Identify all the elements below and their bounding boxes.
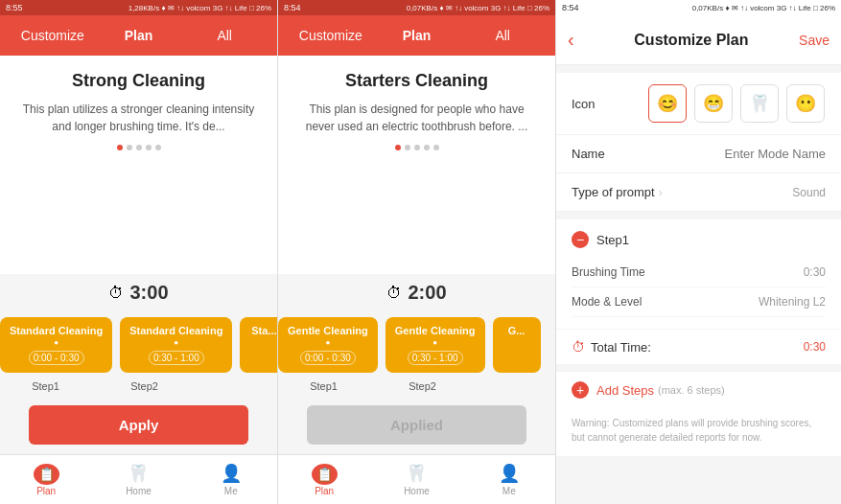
name-setting-row: Name (556, 135, 841, 173)
back-button[interactable]: ‹ (568, 29, 574, 51)
status-bar-1: 8:55 1,28KB/s ♦ ✉ ↑↓ volcom 3G ↑↓ Life □… (0, 0, 277, 15)
icon-option-1[interactable]: 😊 (648, 84, 687, 123)
add-steps-row[interactable]: + Add Steps (max. 6 steps) (556, 372, 841, 408)
timer-row-2: ⏱ 2:00 (278, 274, 555, 311)
icon-setting-row: Icon 😊 😁 🦷 😶 (556, 73, 841, 135)
step-card-1-1[interactable]: Standard Cleaning ● 0:00 - 0:30 (0, 317, 112, 373)
nav-home-1[interactable]: 🦷 Home (92, 455, 184, 504)
status-time-2: 8:54 (284, 3, 301, 12)
dot-1 (117, 145, 123, 150)
icon-option-2[interactable]: 😁 (694, 84, 733, 123)
plan-title-1: Strong Cleaning (15, 71, 262, 91)
step-label-2: Step2 (99, 380, 190, 392)
type-prompt-row[interactable]: Type of prompt › Sound (556, 173, 841, 212)
icon-option-4[interactable]: 😶 (786, 84, 825, 123)
dot2-3 (414, 145, 420, 150)
brushing-time-value: 0:30 (804, 265, 826, 279)
status-bar-2: 8:54 0,07KB/s ♦ ✉ ↑↓ volcom 3G ↑↓ Life □… (278, 0, 555, 15)
dot2-5 (433, 145, 439, 150)
step-mode-3: Sta... (249, 325, 277, 336)
step-card-2-3[interactable]: G... (493, 317, 541, 373)
status-time-right: 8:54 (562, 3, 579, 12)
plan-title-2: Starters Cleaning (293, 71, 540, 91)
nav-me-label-2: Me (502, 486, 516, 496)
nav-home-label-1: Home (126, 486, 152, 496)
tab-all-1[interactable]: All (181, 28, 268, 43)
dots-2 (293, 145, 540, 150)
icon-options: 😊 😁 🦷 😶 (648, 84, 825, 123)
step-card-1-2[interactable]: Standard Cleaning ● 0:30 - 1:00 (120, 317, 232, 373)
dot-4 (146, 145, 152, 150)
step1-minus-button[interactable]: − (572, 231, 589, 248)
plan-icon-2: 📋 (312, 464, 338, 484)
step-card-2-2[interactable]: Gentle Cleaning ● 0:30 - 1:00 (385, 317, 485, 373)
steps-scroll-2: Gentle Cleaning ● 0:00 - 0:30 Gentle Cle… (278, 311, 555, 378)
plan-description-1: This plan utilizes a stronger cleaning i… (15, 101, 262, 135)
status-bar-right: 8:54 0,07KB/s ♦ ✉ ↑↓ volcom 3G ↑↓ Life □… (556, 0, 841, 15)
timer-icon-2: ⏱ (386, 285, 402, 302)
step2-label-1: Step1 (278, 380, 369, 392)
bottom-nav-1: 📋 Plan 🦷 Home 👤 Me (0, 454, 277, 504)
panel-strong-cleaning: 8:55 1,28KB/s ♦ ✉ ↑↓ volcom 3G ↑↓ Life □… (0, 0, 278, 504)
tab-customize-1[interactable]: Customize (10, 28, 96, 43)
timer-icon-1: ⏱ (108, 285, 124, 302)
step-time2-2: 0:30 - 1:00 (408, 351, 463, 365)
apply-button[interactable]: Apply (29, 405, 248, 445)
total-time-row: ⏱ Total Time: 0:30 (556, 330, 841, 364)
total-time-label: Total Time: (591, 340, 651, 355)
tab-customize-2[interactable]: Customize (288, 28, 374, 43)
step2-label-2: Step2 (377, 380, 468, 392)
panel-starters-cleaning: 8:54 0,07KB/s ♦ ✉ ↑↓ volcom 3G ↑↓ Life □… (278, 0, 556, 504)
dot-3 (136, 145, 142, 150)
panel-content-2: Starters Cleaning This plan is designed … (278, 56, 555, 274)
brushing-time-label: Brushing Time (572, 265, 645, 279)
add-steps-limit: (max. 6 steps) (658, 384, 725, 396)
tab-plan-2[interactable]: Plan (374, 28, 460, 43)
dot-2 (127, 145, 132, 150)
bottom-nav-2: 📋 Plan 🦷 Home 👤 Me (278, 454, 555, 504)
icon-option-3[interactable]: 🦷 (740, 84, 779, 123)
tab-plan-1[interactable]: Plan (96, 28, 182, 43)
customize-title: Customize Plan (584, 32, 799, 49)
nav-home-label-2: Home (404, 486, 430, 496)
mode-level-row[interactable]: Mode & Level Whitening L2 (572, 287, 826, 317)
dot2-1 (395, 145, 401, 150)
step-card-2-1[interactable]: Gentle Cleaning ● 0:00 - 0:30 (278, 317, 378, 373)
step1-header: − Step1 (572, 231, 826, 248)
icon-label: Icon (572, 97, 648, 111)
step-mode2-3: G... (502, 325, 531, 336)
panel-content-1: Strong Cleaning This plan utilizes a str… (0, 56, 277, 274)
step-time-1: 0:00 - 0:30 (29, 351, 84, 365)
add-steps-label: Add Steps (596, 383, 654, 398)
tab-all-2[interactable]: All (459, 28, 546, 43)
dot2-4 (424, 145, 430, 150)
nav-me-2[interactable]: 👤 Me (463, 455, 555, 504)
chevron-icon: › (659, 186, 663, 199)
step-card-1-3[interactable]: Sta... (240, 317, 277, 373)
plan-icon-1: 📋 (34, 464, 59, 484)
dot-5 (155, 145, 161, 150)
name-label: Name (572, 147, 648, 161)
step1-title: Step1 (596, 233, 629, 247)
nav-plan-2[interactable]: 📋 Plan (278, 455, 370, 504)
step1-section: − Step1 Brushing Time 0:30 Mode & Level … (556, 219, 841, 329)
step-mode-1: Standard Cleaning (10, 325, 103, 336)
step-labels-1: Step1 Step2 (0, 378, 277, 396)
nav-me-1[interactable]: 👤 Me (185, 455, 277, 504)
step2-label-3 (476, 380, 567, 392)
save-button[interactable]: Save (799, 33, 829, 48)
warning-text: Warning: Customized plans will provide b… (556, 408, 841, 456)
step-time2-1: 0:00 - 0:30 (300, 351, 356, 365)
add-steps-plus-icon: + (572, 381, 589, 399)
brushing-time-row[interactable]: Brushing Time 0:30 (572, 258, 826, 287)
nav-me-label-1: Me (224, 486, 238, 496)
nav-home-2[interactable]: 🦷 Home (370, 455, 462, 504)
applied-button: Applied (307, 405, 526, 445)
type-prompt-label: Type of prompt (572, 185, 655, 199)
dot2-2 (405, 145, 410, 150)
timer-row-1: ⏱ 3:00 (0, 274, 277, 311)
nav-plan-1[interactable]: 📋 Plan (0, 455, 92, 504)
status-icons-right: 0,07KB/s ♦ ✉ ↑↓ volcom 3G ↑↓ Life □ 26% (692, 4, 835, 12)
name-input[interactable] (648, 147, 826, 161)
home-icon-1: 🦷 (128, 463, 149, 484)
